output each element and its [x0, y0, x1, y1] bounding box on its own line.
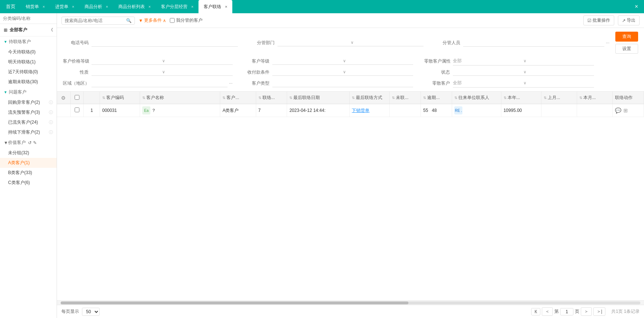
- sidebar-item-c-class[interactable]: C类客户(6): [0, 178, 57, 188]
- filter-department: 分管部门 ∨: [249, 39, 424, 46]
- nav-purchase-close[interactable]: ×: [72, 4, 74, 9]
- filter-phone-input[interactable]: [92, 39, 238, 47]
- sidebar-item-b-class[interactable]: B类客户(33): [0, 168, 57, 178]
- nav-product-analysis[interactable]: 商品分析 ×: [79, 0, 113, 13]
- sort-icon-year: ⇅: [504, 96, 507, 100]
- sidebar-item-overdue[interactable]: 逾期未联络(30): [0, 77, 57, 87]
- th-lastway[interactable]: ⇅最后联络方式: [350, 92, 390, 104]
- th-type[interactable]: ⇅客户...: [220, 92, 256, 104]
- th-overdue[interactable]: ⇅逾期...: [421, 92, 452, 104]
- nav-customer-contact-close[interactable]: ×: [225, 4, 227, 9]
- filter-status-select[interactable]: ∨: [453, 68, 594, 76]
- nav-customer-segment-close[interactable]: ×: [191, 4, 193, 9]
- sidebar-collapse-icon[interactable]: 《: [49, 27, 53, 33]
- customer-table: ⚙ ⇅客户编码 ⇅客户名称 ⇅客户...: [57, 92, 644, 300]
- sidebar-wait-contact-title[interactable]: ▼ 待联络客户: [0, 36, 57, 47]
- th-action: 联络动作: [612, 92, 644, 104]
- th-uncontact[interactable]: ⇅未联...: [390, 92, 421, 104]
- next-page-button[interactable]: ＞: [581, 307, 592, 316]
- th-code[interactable]: ⇅客户编码: [100, 92, 140, 104]
- settings-gear-icon[interactable]: ⚙: [61, 95, 66, 101]
- filter-price-level-select[interactable]: ∨: [92, 57, 233, 65]
- sidebar-item-ungroup[interactable]: 未分组(32): [0, 148, 57, 158]
- sidebar-item-a-class[interactable]: A类客户(1): [0, 158, 57, 168]
- edit-icon[interactable]: ✎: [33, 140, 37, 145]
- filter-payment-select[interactable]: ∨: [272, 68, 414, 76]
- table-footer: 每页显示 50 К ＜ 第 页 ＞ ＞| 共1页 1条记录: [57, 305, 644, 318]
- per-page-select[interactable]: 50: [82, 308, 100, 316]
- export-button[interactable]: ↗ 导出: [618, 15, 640, 25]
- scrollbar-thumb[interactable]: [61, 301, 408, 304]
- filter-more-button[interactable]: ▼ 更多条件 ∧: [139, 17, 166, 24]
- main-layout: 🔍 ⊞ 全部客户 《 ▼ 待联络客户 今天待联络(0) 明天待联络(1) 近7天…: [0, 13, 644, 318]
- sidebar-problem-title[interactable]: ▼ 问题客户: [0, 87, 57, 98]
- filter-region-label: 区域（地区）: [63, 80, 89, 86]
- th-name[interactable]: ⇅客户名称: [140, 92, 220, 104]
- filter-nature-select[interactable]: ∨: [92, 68, 233, 76]
- filter-person-label: 分管人员: [434, 40, 460, 46]
- filter-person-input[interactable]: [463, 39, 604, 47]
- first-page-button[interactable]: К: [531, 308, 540, 315]
- window-close-button[interactable]: ×: [632, 3, 641, 10]
- filter-region-dots[interactable]: ···: [229, 81, 233, 86]
- select-all-checkbox[interactable]: [75, 95, 79, 100]
- last-page-button[interactable]: ＞|: [593, 307, 605, 316]
- nav-purchase[interactable]: 进货单 ×: [50, 0, 79, 13]
- filter-person-dots[interactable]: ···: [606, 40, 609, 45]
- page-number-input[interactable]: [560, 308, 573, 315]
- th-lastmonth[interactable]: ⇅上月...: [541, 92, 577, 104]
- grid-action-icon[interactable]: ⊞: [623, 107, 628, 113]
- sidebar-item-today[interactable]: 今天待联络(0): [0, 47, 57, 57]
- filter-retail-customer-select[interactable]: 全部 ∨: [453, 79, 594, 88]
- th-settings[interactable]: ⚙: [57, 92, 70, 104]
- filter-nature: 性质 ∨: [63, 68, 233, 76]
- nav-product-list-close[interactable]: ×: [149, 4, 151, 9]
- query-button[interactable]: 查询: [615, 32, 638, 42]
- sidebar-all-customers[interactable]: ⊞ 全部客户 《: [0, 24, 57, 36]
- th-year[interactable]: ⇅本年...: [501, 92, 541, 104]
- filter-department-select[interactable]: ∨: [278, 39, 424, 46]
- filter-retail-attr-select[interactable]: 全部 ∨: [453, 57, 594, 66]
- last-way-link[interactable]: 下销货单: [352, 108, 369, 113]
- filter-region-input[interactable]: [92, 80, 228, 87]
- refresh-icon[interactable]: ↺: [28, 140, 32, 145]
- chevron-down-icon-dept: ∨: [351, 40, 424, 45]
- chevron-down-icon-status: ∨: [523, 70, 594, 74]
- top-nav: 首页 销货单 × 进货单 × 商品分析 × 商品分析列表 × 客户分层经营 × …: [0, 0, 644, 13]
- nav-customer-segment[interactable]: 客户分层经营 ×: [156, 0, 198, 13]
- filter-mine-checkbox-label[interactable]: 我分管的客户: [170, 17, 203, 24]
- sidebar-value-title[interactable]: ▼ 价值客户 ↺ ✎: [0, 137, 57, 148]
- nav-product-analysis-close[interactable]: ×: [106, 4, 108, 9]
- prev-page-button[interactable]: ＜: [542, 307, 553, 316]
- filter-customer-type-input[interactable]: [272, 80, 414, 87]
- sidebar-item-churn-warning[interactable]: 流失预警客户(3) ⓘ: [0, 107, 57, 117]
- th-lastdate[interactable]: ⇅最后联络日期: [287, 92, 350, 104]
- sidebar-search-input[interactable]: [3, 16, 57, 21]
- th-person[interactable]: ⇅往来单位联系人: [452, 92, 501, 104]
- sidebar-item-repurchase-abnormal[interactable]: 回购异常客户(2) ⓘ: [0, 98, 57, 107]
- th-contact[interactable]: ⇅联络...: [256, 92, 287, 104]
- chevron-down-icon-payment: ∨: [343, 70, 414, 74]
- chat-icon[interactable]: 💬: [615, 107, 621, 113]
- filter-search-icon[interactable]: 🔍: [126, 18, 132, 23]
- filter-retail-customer: 零散客户 全部 ∨: [424, 79, 594, 88]
- batch-operation-button[interactable]: ☑ 批量操作: [583, 15, 614, 25]
- nav-product-list[interactable]: 商品分析列表 ×: [113, 0, 156, 13]
- filter-customer-level-select[interactable]: ∨: [272, 57, 414, 65]
- filter-mine-checkbox[interactable]: [170, 18, 175, 23]
- horizontal-scrollbar[interactable]: [61, 301, 640, 304]
- triangle-icon-2: ▼: [4, 90, 7, 94]
- sidebar-item-7days[interactable]: 近7天待联络(0): [0, 67, 57, 77]
- nav-sales[interactable]: 销货单 ×: [21, 0, 50, 13]
- settings-button[interactable]: 设置: [615, 44, 638, 54]
- nav-home[interactable]: 首页: [3, 0, 21, 13]
- nav-sales-close[interactable]: ×: [43, 4, 45, 9]
- filter-search-input[interactable]: [65, 18, 125, 23]
- th-checkbox: [70, 92, 83, 104]
- sidebar-item-churned[interactable]: 已流失客户(24) ⓘ: [0, 117, 57, 127]
- th-thismonth[interactable]: ⇅本月...: [577, 92, 612, 104]
- row-checkbox-1[interactable]: [75, 107, 79, 112]
- sidebar-item-tomorrow[interactable]: 明天待联络(1): [0, 57, 57, 67]
- nav-customer-contact[interactable]: 客户联络 ×: [198, 0, 232, 13]
- sidebar-item-declining[interactable]: 持续下滑客户(2) ⓘ: [0, 127, 57, 137]
